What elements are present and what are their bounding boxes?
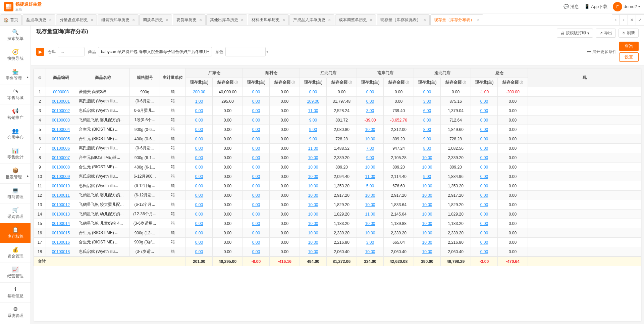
cell-zc-amt: 0.00	[498, 153, 528, 163]
tab-next-btn[interactable]: ›	[620, 14, 628, 25]
setting-btn[interactable]: 设置	[619, 52, 639, 62]
tab-item[interactable]: 盘点单历史✕	[22, 14, 55, 25]
sidebar-item-search[interactable]: 🔍搜索英单	[0, 26, 31, 45]
warehouse-input[interactable]	[58, 47, 85, 56]
settings-icon[interactable]: ⚙	[38, 76, 42, 80]
tab-item[interactable]: 要货单历史✕	[173, 14, 206, 25]
col-mc-amt: 结存金额 ⓘ	[270, 78, 300, 87]
refresh-label: 刷新	[627, 30, 635, 36]
cell-code: 00100001	[46, 97, 76, 106]
sidebar-item-nav[interactable]: 🧭快捷导航	[0, 45, 31, 65]
col-group-jb: 江北门店	[300, 68, 357, 78]
sidebar-item-stats[interactable]: 📊零售统计	[0, 144, 31, 164]
cell-no: 12	[34, 191, 46, 200]
cell-code: 00100015	[46, 228, 76, 238]
cell-spec: (6-12个月...	[130, 200, 160, 210]
user-menu[interactable]: E demo2 ▾	[613, 2, 640, 11]
export-btn[interactable]: ↗ 导出	[596, 29, 616, 38]
cell-xian	[528, 125, 641, 134]
cell-code: 00100012	[46, 200, 76, 210]
svg-rect-1	[9, 4, 11, 7]
cell-name: 合生元 (BIOSTIME) ...	[76, 134, 130, 144]
cell-jb-qty: 10.00	[300, 247, 327, 257]
col-na-qty: 现存量(主)	[357, 78, 384, 87]
tab-item[interactable]: 🏠首页	[0, 14, 22, 25]
summary-na-qty: 334.00	[357, 257, 384, 266]
print-btn[interactable]: 🖨 按模版打印 ▾	[557, 29, 593, 38]
cell-zc-qty: 0.00	[471, 172, 498, 181]
cell-yb-qty: 10.00	[414, 191, 441, 200]
cell-xian	[528, 163, 641, 172]
cell-spec: (0-6月适...	[130, 97, 160, 106]
color-input[interactable]	[225, 47, 266, 56]
cell-cf-qty: 0.00	[186, 181, 213, 191]
sidebar-item-marketing[interactable]: 📢营销推广	[0, 104, 31, 124]
sidebar-item-operations[interactable]: 📈经营管理	[0, 263, 31, 283]
filter-expand-btn[interactable]: ▶	[36, 48, 44, 56]
tab-item[interactable]: 分量盘点单历史✕	[56, 14, 97, 25]
table-row: 7 00100006 惠氏启赋 (Wyeth illu... (0-6月适...…	[34, 144, 641, 153]
sidebar: 🔍搜索英单🧭快捷导航🏪零售管理▲🛍零售商城📢营销推广👥会员中心📊零售统计📦批发管…	[0, 26, 31, 324]
sidebar-item-wholesale[interactable]: 📦批发管理▲	[0, 164, 31, 184]
sidebar-item-member[interactable]: 👥会员中心	[0, 124, 31, 144]
cell-spec: 900g (0-6...	[130, 125, 160, 134]
table-container: ⚙ 商品编码 商品名称 规格型号 主计量单位 厂家仓 陌村仓 江北门店 南岸门店…	[34, 68, 641, 321]
cell-spec: 900g	[130, 87, 160, 97]
cell-unit: 箱	[160, 144, 186, 153]
cell-unit: 箱	[160, 181, 186, 191]
tab-item[interactable]: 材料出库单历史✕	[248, 14, 289, 25]
cell-yb-qty: 10.00	[414, 210, 441, 219]
cell-mc-qty: 0.00	[243, 87, 270, 97]
sidebar-item-purchase[interactable]: 🛒采购管理	[0, 203, 31, 223]
col-mc-qty: 现存量(主)	[243, 78, 270, 87]
cell-unit: 箱	[160, 238, 186, 247]
table-row: 4 00100003 飞鹤星飞帆 婴儿配方奶... 1段(0-6个... 箱 0…	[34, 115, 641, 125]
cell-mc-qty: 0.00	[243, 210, 270, 219]
col-na-amt: 结存金额 ⓘ	[384, 78, 414, 87]
summary-jb-qty: 494.00	[300, 257, 327, 266]
tab-item[interactable]: 现存量（库存状况表）✕	[377, 14, 430, 25]
sidebar-item-shop[interactable]: 🛍零售商城	[0, 85, 31, 104]
table-row: 10 00100009 惠氏启赋 (Wyeth illu... 6-12月900…	[34, 172, 641, 181]
tab-item[interactable]: 现存量（库存分布表）✕	[430, 14, 483, 25]
cell-yb-amt: 712.64	[441, 115, 471, 125]
tab-expand-btn[interactable]: ⤢	[636, 14, 644, 25]
col-header-xian: 现	[528, 68, 641, 87]
sidebar-item-ecommerce[interactable]: 💻电商管理	[0, 184, 31, 203]
cell-mc-qty: 0.00	[243, 163, 270, 172]
tab-item[interactable]: 调拨单历史✕	[139, 14, 172, 25]
cell-mc-qty: 0.00	[243, 125, 270, 134]
sidebar-item-info[interactable]: ℹ基础信息	[0, 283, 31, 303]
messages-btn[interactable]: 💬 消息	[564, 4, 579, 10]
cell-yb-amt: 809.20	[441, 163, 471, 172]
sidebar-item-corp[interactable]: 🤝企业协同	[0, 322, 31, 324]
cell-zc-qty: 0.00	[471, 106, 498, 115]
tab-prev-btn[interactable]: ‹	[612, 14, 620, 25]
sidebar-item-inventory[interactable]: 📋库存核算	[0, 223, 31, 243]
avatar: E	[613, 2, 622, 11]
refresh-btn[interactable]: ↻ 刷新	[619, 29, 639, 38]
cell-name: 飞鹤星飞帆 婴儿配方奶...	[76, 191, 130, 200]
more-conditions-btn[interactable]: ▾▾ 展开更多条件	[587, 49, 616, 55]
goods-field: 商品	[88, 47, 212, 56]
color-label: 颜色	[215, 49, 223, 55]
tab-item[interactable]: 产成品入库单历史✕	[289, 14, 334, 25]
tab-item[interactable]: 成本调整单历史✕	[335, 14, 376, 25]
download-btn[interactable]: 📱 App下载	[584, 4, 607, 10]
cell-xian	[528, 238, 641, 247]
cell-jb-amt: 809.20	[327, 163, 357, 172]
tab-item[interactable]: 组装拆卸单历史✕	[98, 14, 139, 25]
query-btn[interactable]: 查询	[619, 42, 639, 51]
tab-close-btn[interactable]: ✕	[628, 14, 636, 25]
sidebar-item-retail[interactable]: 🏪零售管理▲	[0, 65, 31, 85]
goods-input[interactable]	[98, 47, 212, 56]
cell-na-amt: 809.20	[384, 134, 414, 144]
cell-na-amt: 739.40	[384, 106, 414, 115]
cell-unit: 箱	[160, 172, 186, 181]
sidebar-item-finance[interactable]: 💰资金管理	[0, 243, 31, 263]
tab-item[interactable]: 其他出库单历史✕	[206, 14, 247, 25]
table-row: 18 00100018 惠氏启赋 (Wyeth illu... (3-7岁适..…	[34, 247, 641, 257]
color-dropdown-icon[interactable]: ▾	[266, 49, 268, 54]
sidebar-item-system[interactable]: ⚙系统管理	[0, 303, 31, 322]
cell-jb-qty: 10.00	[300, 181, 327, 191]
